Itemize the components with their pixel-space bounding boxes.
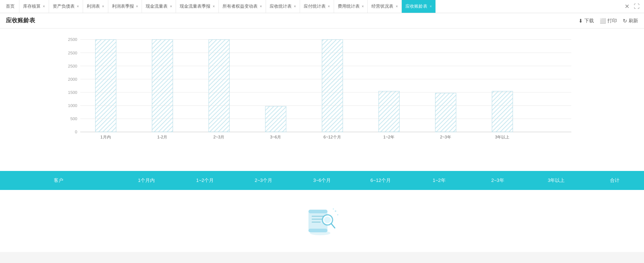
print-button[interactable]: ⬜ 打印: [600, 18, 617, 24]
svg-rect-18: [96, 39, 116, 132]
tab-profit-quarterly[interactable]: 利润表季报 ×: [108, 0, 142, 13]
window-close-btn[interactable]: ✕: [623, 3, 631, 10]
svg-rect-22: [209, 39, 229, 132]
download-button[interactable]: ⬇ 下载: [579, 18, 594, 24]
page-header: 应收账龄表 ⬇ 下载 ⬜ 打印 ↻ 刷新: [0, 13, 644, 28]
chart-container: 2500 2500 2500 2000 1500 1000 500 0: [11, 36, 633, 153]
bar-chart: 2500 2500 2500 2000 1500 1000 500 0: [11, 36, 633, 153]
svg-rect-20: [152, 39, 173, 132]
col-1-2month: 1~2个月: [176, 177, 234, 184]
header-actions: ⬇ 下载 ⬜ 打印 ↻ 刷新: [579, 18, 638, 24]
svg-text:2500: 2500: [68, 51, 77, 55]
col-6-12month: 6~12个月: [351, 177, 410, 184]
tab-payable-stat[interactable]: 应付统计表 ×: [300, 0, 334, 13]
svg-rect-24: [265, 106, 286, 132]
tab-equity[interactable]: 所有者权益变动表 ×: [219, 0, 266, 13]
col-1-2year: 1~2年: [410, 177, 468, 184]
svg-text:500: 500: [70, 117, 77, 121]
refresh-button[interactable]: ↻ 刷新: [623, 18, 638, 24]
tab-expense-stat-close[interactable]: ×: [362, 4, 364, 8]
svg-rect-36: [308, 210, 327, 213]
svg-text:3年以上: 3年以上: [495, 135, 509, 139]
tab-expense-stat[interactable]: 费用统计表 ×: [334, 0, 368, 13]
svg-text:1000: 1000: [68, 103, 77, 108]
col-1month: 1个月内: [117, 177, 176, 184]
tab-balance-sheet-close[interactable]: ×: [77, 4, 79, 8]
tab-operations[interactable]: 经营状况表 ×: [368, 0, 402, 13]
svg-text:2~3月: 2~3月: [213, 135, 224, 139]
tab-cashflow[interactable]: 现金流量表 ×: [142, 0, 176, 13]
empty-illustration: [302, 205, 342, 237]
window-maximize-btn[interactable]: ⛶: [632, 3, 641, 10]
tab-profit[interactable]: 利润表 ×: [83, 0, 108, 13]
print-icon: ⬜: [600, 18, 606, 24]
svg-rect-32: [492, 91, 513, 132]
svg-point-44: [335, 210, 336, 212]
tab-profit-quarterly-close[interactable]: ×: [136, 4, 138, 8]
col-total: 合计: [585, 177, 644, 184]
svg-text:2~3年: 2~3年: [440, 135, 451, 139]
tab-cashflow-close[interactable]: ×: [170, 4, 172, 8]
svg-text:1~2年: 1~2年: [383, 135, 394, 139]
tab-home[interactable]: 首页: [1, 0, 19, 13]
chart-area: 2500 2500 2500 2000 1500 1000 500 0: [0, 28, 644, 171]
table-header: 客户 1个月内 1~2个月 2~3个月 3~6个月 6~12个月 1~2年 2~…: [0, 171, 644, 190]
svg-rect-26: [322, 39, 343, 132]
svg-text:1-2月: 1-2月: [157, 135, 167, 139]
svg-text:2000: 2000: [68, 77, 77, 81]
tab-aging-close[interactable]: ×: [430, 4, 432, 8]
tab-inventory-close[interactable]: ×: [43, 4, 45, 8]
tab-bar-actions: ✕ ⛶: [623, 3, 643, 10]
tab-equity-close[interactable]: ×: [260, 4, 262, 8]
col-customer: 客户: [0, 177, 117, 184]
tab-payable-stat-close[interactable]: ×: [328, 4, 330, 8]
tab-receivable-stat-close[interactable]: ×: [294, 4, 296, 8]
svg-point-42: [324, 217, 331, 223]
svg-rect-30: [435, 93, 456, 132]
col-2-3month: 2~3个月: [234, 177, 293, 184]
svg-text:3~6月: 3~6月: [270, 135, 281, 139]
download-icon: ⬇: [579, 18, 583, 24]
tab-profit-close[interactable]: ×: [102, 4, 104, 8]
tab-cashflow-quarterly-close[interactable]: ×: [213, 4, 215, 8]
col-3plus-year: 3年以上: [527, 177, 585, 184]
svg-line-43: [331, 224, 335, 228]
tab-aging[interactable]: 应收账龄表 ×: [402, 0, 436, 13]
svg-text:1500: 1500: [68, 90, 77, 95]
svg-point-46: [333, 209, 334, 210]
empty-state: [0, 190, 644, 252]
page-title: 应收账龄表: [6, 17, 35, 24]
tab-balance-sheet[interactable]: 资产负债表 ×: [49, 0, 83, 13]
col-2-3year: 2~3年: [468, 177, 527, 184]
svg-point-45: [337, 214, 338, 216]
refresh-icon: ↻: [623, 18, 627, 24]
tab-receivable-stat[interactable]: 应收统计表 ×: [266, 0, 300, 13]
svg-rect-28: [379, 91, 400, 132]
svg-text:0: 0: [75, 130, 77, 134]
svg-text:2500: 2500: [68, 37, 77, 42]
svg-text:2500: 2500: [68, 64, 77, 68]
tab-inventory[interactable]: 库存核算 ×: [19, 0, 49, 13]
tab-operations-close[interactable]: ×: [396, 4, 398, 8]
svg-rect-37: [308, 229, 327, 232]
col-3-6month: 3~6个月: [293, 177, 351, 184]
tab-bar: 首页 库存核算 × 资产负债表 × 利润表 × 利润表季报 × 现金流量表 × …: [0, 0, 644, 13]
svg-text:1月内: 1月内: [100, 135, 111, 139]
tab-cashflow-quarterly[interactable]: 现金流量表季报 ×: [176, 0, 219, 13]
main-content: 2500 2500 2500 2000 1500 1000 500 0: [0, 28, 644, 252]
svg-text:6~12个月: 6~12个月: [323, 135, 341, 139]
